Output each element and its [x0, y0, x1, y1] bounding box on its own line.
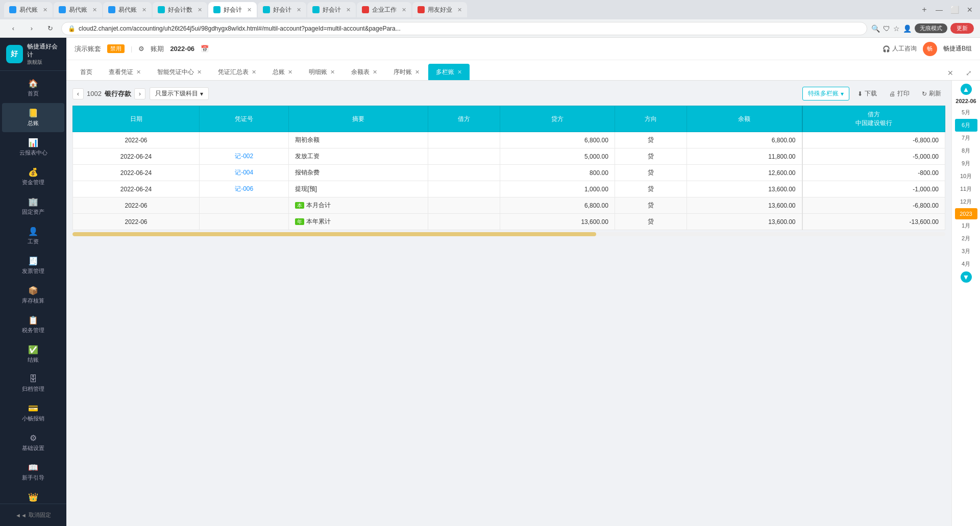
- browser-tab-7[interactable]: 好会计 ✕: [307, 2, 356, 17]
- tab-close-4[interactable]: ✕: [198, 7, 202, 13]
- sidebar-item-home[interactable]: 🏠 首页: [2, 73, 64, 103]
- sidebar-item-inventory[interactable]: 📦 库存核算: [2, 281, 64, 310]
- timeline-month-10[interactable]: 2月: [955, 232, 977, 245]
- browser-tab-8[interactable]: 企业工作 ✕: [357, 2, 411, 17]
- next-account-button[interactable]: ›: [134, 88, 145, 99]
- page-tab-close-1[interactable]: ✕: [136, 69, 141, 76]
- timeline-month-12[interactable]: 4月: [955, 258, 977, 270]
- page-tab-0[interactable]: 首页: [72, 64, 100, 80]
- tab-close-5[interactable]: ✕: [247, 7, 252, 13]
- cell-0-1[interactable]: [200, 132, 289, 148]
- browser-tab-3[interactable]: 易代账 ✕: [103, 2, 152, 17]
- page-tab-5[interactable]: 明细账 ✕: [301, 64, 342, 80]
- browser-tab-2[interactable]: 易代账 ✕: [54, 2, 102, 17]
- page-tab-close-4[interactable]: ✕: [288, 69, 292, 76]
- print-button[interactable]: 🖨 打印: [885, 87, 914, 100]
- browser-tab-6[interactable]: 好会计 ✕: [258, 2, 306, 17]
- page-tab-8[interactable]: 多栏账 ✕: [428, 64, 470, 80]
- user-avatar[interactable]: 畅: [923, 42, 937, 56]
- search-icon[interactable]: 🔍: [871, 24, 880, 33]
- sidebar-item-archive[interactable]: 🗄 归档管理: [2, 369, 64, 398]
- timeline-month-4[interactable]: 9月: [955, 157, 977, 170]
- tab-close-2[interactable]: ✕: [92, 7, 97, 13]
- page-tab-3[interactable]: 凭证汇总表 ✕: [210, 64, 264, 80]
- tab-close-8[interactable]: ✕: [402, 7, 406, 13]
- page-tab-6[interactable]: 余额表 ✕: [344, 64, 385, 80]
- sidebar-item-funds[interactable]: 💰 资金管理: [2, 162, 64, 191]
- page-tab-close-8[interactable]: ✕: [457, 69, 462, 76]
- forward-button[interactable]: ›: [24, 21, 39, 36]
- tab-close-3[interactable]: ✕: [142, 7, 146, 13]
- sidebar-item-invoice[interactable]: 🧾 发票管理: [2, 251, 64, 280]
- timeline-month-5[interactable]: 10月: [955, 170, 977, 183]
- url-input[interactable]: 🔒 cloud2.chanjet.com/accounting/uh26t264…: [61, 22, 867, 35]
- expand-tabs-icon[interactable]: ⤢: [962, 66, 976, 80]
- shield-icon[interactable]: 🛡: [883, 24, 890, 33]
- page-tab-4[interactable]: 总账 ✕: [265, 64, 300, 80]
- tab-close-9[interactable]: ✕: [457, 7, 462, 13]
- update-button[interactable]: 更新: [950, 23, 974, 34]
- cell-5-1[interactable]: [200, 214, 289, 230]
- timeline-month-2[interactable]: 7月: [955, 132, 977, 144]
- timeline-month-0[interactable]: 5月: [955, 106, 977, 119]
- sidebar-item-assets[interactable]: 🏢 固定资产: [2, 192, 64, 221]
- browser-tab-4[interactable]: 好会计数 ✕: [153, 2, 207, 17]
- demo-badge[interactable]: 禁用: [107, 44, 125, 53]
- period-value[interactable]: 2022-06: [170, 45, 194, 53]
- close-button[interactable]: ✕: [964, 4, 976, 16]
- reload-button[interactable]: ↻: [43, 21, 57, 36]
- sidebar-item-member[interactable]: 👑 畅会员: [2, 487, 64, 504]
- cell-3-1[interactable]: 记-006: [200, 181, 289, 197]
- browser-tab-1[interactable]: 易代账 ✕: [4, 2, 53, 17]
- page-tab-2[interactable]: 智能凭证中心 ✕: [150, 64, 209, 80]
- sidebar-item-salary[interactable]: 👤 工资: [2, 221, 64, 251]
- page-tab-close-7[interactable]: ✕: [415, 69, 420, 76]
- prev-account-button[interactable]: ‹: [72, 88, 84, 99]
- page-tab-7[interactable]: 序时账 ✕: [386, 64, 427, 80]
- collapse-tabs-icon[interactable]: ✕: [943, 66, 958, 80]
- minimize-button[interactable]: —: [933, 4, 945, 16]
- new-tab-button[interactable]: +: [918, 3, 931, 16]
- horizontal-scrollbar[interactable]: [72, 232, 945, 236]
- page-tab-1[interactable]: 查看凭证 ✕: [101, 64, 149, 80]
- timeline-month-9[interactable]: 1月: [955, 219, 977, 232]
- tab-close-6[interactable]: ✕: [297, 7, 301, 13]
- timeline-month-3[interactable]: 8月: [955, 144, 977, 157]
- cell-4-1[interactable]: [200, 197, 289, 214]
- special-ledger-button[interactable]: 特殊多栏账 ▾: [802, 87, 849, 101]
- filter-button[interactable]: 只显示下级科目 ▾: [150, 87, 209, 100]
- timeline-month-7[interactable]: 12月: [955, 195, 977, 208]
- back-button[interactable]: ‹: [6, 21, 20, 36]
- timeline-year-badge-8[interactable]: 2023: [955, 208, 977, 219]
- settings-icon[interactable]: ⚙: [138, 45, 144, 53]
- voucher-link-2[interactable]: 记-004: [235, 169, 253, 176]
- page-tab-close-3[interactable]: ✕: [252, 69, 256, 76]
- collapse-button[interactable]: ◄◄ 取消固定: [4, 508, 62, 522]
- download-button[interactable]: ⬇ 下载: [853, 87, 881, 100]
- page-tab-close-6[interactable]: ✕: [373, 69, 377, 76]
- cell-2-1[interactable]: 记-004: [200, 165, 289, 181]
- refresh-button[interactable]: ↻ 刷新: [918, 87, 945, 100]
- timeline-down-arrow[interactable]: ▼: [961, 271, 972, 283]
- maximize-button[interactable]: ⬜: [948, 4, 961, 16]
- sidebar-item-reports[interactable]: 📊 云报表中心: [2, 133, 64, 162]
- sidebar-item-tax[interactable]: 📋 税务管理: [2, 310, 64, 339]
- profile-icon[interactable]: 👤: [903, 24, 912, 33]
- sidebar-item-settings[interactable]: ⚙ 基础设置: [2, 428, 64, 457]
- sidebar-item-expense[interactable]: 💳 小畅报销: [2, 398, 64, 428]
- voucher-link-3[interactable]: 记-006: [235, 185, 253, 192]
- incognito-button[interactable]: 无痕模式: [915, 23, 947, 33]
- timeline-up-arrow[interactable]: ▲: [961, 84, 972, 95]
- page-tab-close-2[interactable]: ✕: [197, 69, 202, 76]
- browser-tab-9[interactable]: 用友好业 ✕: [412, 2, 467, 17]
- cell-1-1[interactable]: 记-002: [200, 148, 289, 165]
- browser-tab-5[interactable]: 好会计 ✕: [208, 2, 257, 17]
- sidebar-item-ledger[interactable]: 📒 总账: [2, 103, 64, 132]
- sidebar-item-settle[interactable]: ✅ 结账: [2, 340, 64, 369]
- timeline-month-1[interactable]: 6月: [955, 119, 977, 132]
- voucher-link-1[interactable]: 记-002: [235, 153, 253, 160]
- timeline-month-6[interactable]: 11月: [955, 183, 977, 195]
- timeline-month-11[interactable]: 3月: [955, 245, 977, 258]
- service-button[interactable]: 🎧 人工咨询: [883, 44, 917, 53]
- tab-close-7[interactable]: ✕: [346, 7, 351, 13]
